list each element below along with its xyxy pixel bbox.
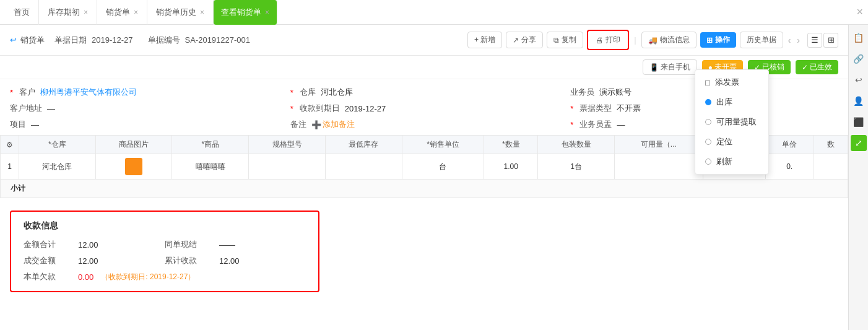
refresh-label: 刷新 xyxy=(716,156,732,167)
copy-label: 复制 xyxy=(562,35,576,45)
history-label: 历史单据 xyxy=(747,35,776,45)
doc-type-icon: ↩ xyxy=(10,35,17,45)
row-avail xyxy=(614,154,703,180)
warehouse-value: 河北仓库 xyxy=(321,87,353,98)
col-amount: 数 xyxy=(814,136,848,154)
address-label: 客户地址 xyxy=(10,103,42,114)
ticket-value: 不开票 xyxy=(617,103,641,114)
sales-label: 业务员盂 xyxy=(579,119,612,130)
dropdown-item-refresh[interactable]: 刷新 xyxy=(695,152,768,172)
effective-icon: ✓ xyxy=(802,63,808,72)
owed-note: （收款到期日: 2019-12-27） xyxy=(101,272,195,282)
print-button[interactable]: 🖨 打印 xyxy=(589,32,627,48)
close-icon[interactable]: × xyxy=(134,8,138,17)
sales-value: — xyxy=(617,120,625,129)
sidebar-icon-clipboard[interactable]: 📋 xyxy=(851,30,867,46)
required-star: * xyxy=(570,104,573,113)
col-gear[interactable]: ⚙ xyxy=(1,136,19,154)
grid-view-icon[interactable]: ⊞ xyxy=(823,33,838,48)
close-icon[interactable]: × xyxy=(265,8,269,17)
tab-sales-history[interactable]: 销货单历史 × xyxy=(147,0,214,25)
add-note-label: 添加备注 xyxy=(323,119,355,130)
invoice-icon: □ xyxy=(705,78,710,87)
dropdown-item-avail[interactable]: 可用量提取 xyxy=(695,112,768,132)
required-star: * xyxy=(570,120,573,129)
row-min-stock xyxy=(325,154,402,180)
dropdown-menu: □ 添发票 出库 可用量提取 定位 刷新 xyxy=(695,69,769,175)
col-product: *商品 xyxy=(172,136,249,154)
plus-icon: ➕ xyxy=(311,120,321,129)
tab-inventory[interactable]: 库存期初 × xyxy=(39,0,97,25)
sidebar-icon-block[interactable]: ⬛ xyxy=(851,114,867,130)
col-qty: *数量 xyxy=(484,136,538,154)
copy-icon: ⧉ xyxy=(553,36,559,45)
sep1: | xyxy=(634,35,636,45)
print-highlight-box: 🖨 打印 xyxy=(587,30,629,50)
ticket-label: 票据类型 xyxy=(579,103,612,114)
row-amount xyxy=(814,154,848,180)
owed-label: 本单欠款 xyxy=(24,271,73,282)
tab-view-sales[interactable]: 查看销货单 × xyxy=(214,0,277,25)
sidebar-icon-return[interactable]: ↩ xyxy=(851,72,867,88)
subtotal-label: 小计 xyxy=(1,180,848,198)
cumulative-value: 12.00 xyxy=(219,256,240,266)
owed-row: 本单欠款 0.00 （收款到期日: 2019-12-27） xyxy=(24,271,306,282)
customer-field: * 客户 柳州粤港平安气体有限公司 xyxy=(10,87,278,98)
row-unit: 台 xyxy=(402,154,484,180)
list-view-icon[interactable]: ☰ xyxy=(807,33,822,48)
history-button[interactable]: 历史单据 xyxy=(740,32,783,48)
add-note-button[interactable]: ➕ 添加备注 xyxy=(311,119,355,130)
dropdown-item-locate[interactable]: 定位 xyxy=(695,132,768,152)
same-order-row: 同单现结 —— xyxy=(165,239,306,250)
row-pkg: 1台 xyxy=(538,154,615,180)
dropdown-item-invoice[interactable]: □ 添发票 xyxy=(695,72,768,92)
operate-button[interactable]: ⊞ 操作 xyxy=(700,32,736,48)
tab-view-sales-label: 查看销货单 xyxy=(221,7,261,18)
main-content: ↩ 销货单 单据日期 2019-12-27 单据编号 SA-20191227-0… xyxy=(0,25,868,330)
from-phone-button[interactable]: 📱 来自手机 xyxy=(643,59,697,75)
tabs-right-close[interactable]: × xyxy=(856,6,863,19)
no-label: 单据编号 xyxy=(148,35,180,46)
nav-next[interactable]: › xyxy=(796,35,801,45)
doc-type-label: 销货单 xyxy=(20,35,45,46)
share-button[interactable]: ↗ 分享 xyxy=(506,32,543,48)
outbound-dot xyxy=(705,99,711,105)
total-row: 金额合计 12.00 xyxy=(24,239,165,250)
tab-sales-history-label: 销货单历史 xyxy=(156,7,196,18)
warehouse-label: 仓库 xyxy=(300,87,316,98)
close-icon[interactable]: × xyxy=(84,8,88,17)
sidebar-icon-user[interactable]: 👤 xyxy=(851,93,867,109)
customer-value: 柳州粤港平安气体有限公司 xyxy=(40,87,137,98)
col-min-stock: 最低库存 xyxy=(325,136,402,154)
total-value: 12.00 xyxy=(78,240,98,250)
tab-sales[interactable]: 销货单 × xyxy=(97,0,147,25)
cumulative-label: 累计收款 xyxy=(165,255,214,266)
row-price: 0. xyxy=(765,154,814,180)
doc-title: ↩ 销货单 xyxy=(10,35,45,46)
subtotal-row: 小计 xyxy=(1,180,848,198)
print-label: 打印 xyxy=(605,35,620,45)
effective-button[interactable]: ✓ 已生效 xyxy=(796,60,838,74)
col-pkg: 包装数量 xyxy=(538,136,615,154)
staff-label: 业务员 xyxy=(570,87,594,98)
copy-button[interactable]: ⧉ 复制 xyxy=(547,32,583,48)
grid-icon: ⊞ xyxy=(706,36,713,45)
address-value: — xyxy=(47,104,55,113)
nav-prev[interactable]: ‹ xyxy=(787,35,792,45)
tab-home[interactable]: 首页 xyxy=(5,0,39,25)
deal-value: 12.00 xyxy=(78,256,98,266)
invoice-label: 添发票 xyxy=(715,77,739,88)
sidebar-icon-expand[interactable]: ⤢ xyxy=(851,135,867,151)
view-icons: ☰ ⊞ xyxy=(807,33,838,48)
new-button[interactable]: + 新增 xyxy=(467,32,502,48)
sidebar-icon-link[interactable]: 🔗 xyxy=(851,51,867,67)
doc-header: ↩ 销货单 单据日期 2019-12-27 单据编号 SA-20191227-0… xyxy=(0,25,848,56)
col-warehouse: *仓库 xyxy=(19,136,96,154)
row-product: 嘻嘻嘻嘻 xyxy=(172,154,249,180)
doc-actions: + 新增 ↗ 分享 ⧉ 复制 🖨 打印 | 🚚 物流信息 xyxy=(467,30,838,50)
dropdown-item-outbound[interactable]: 出库 xyxy=(695,92,768,112)
deal-row: 成交金额 12.00 xyxy=(24,255,165,266)
deal-label: 成交金额 xyxy=(24,255,73,266)
logistics-button[interactable]: 🚚 物流信息 xyxy=(641,32,697,48)
close-icon[interactable]: × xyxy=(200,8,204,17)
